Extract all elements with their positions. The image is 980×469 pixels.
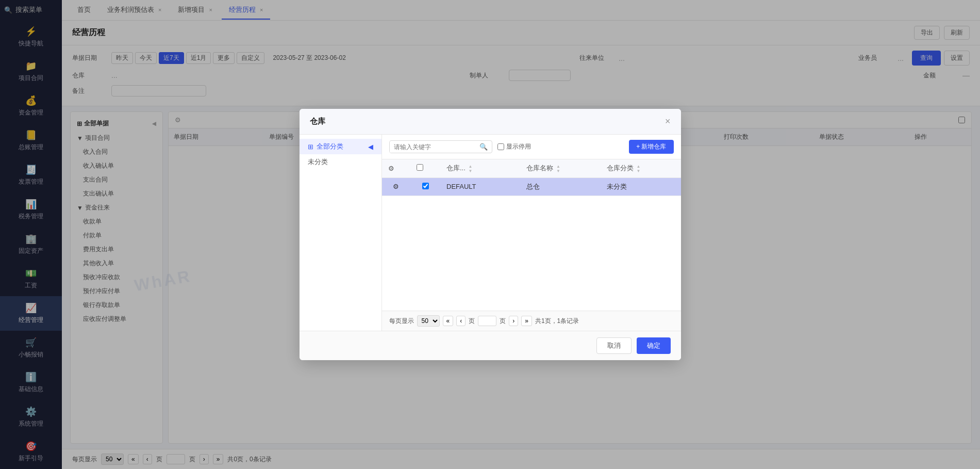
modal-next-btn[interactable]: › — [509, 316, 518, 326]
modal-close-button[interactable]: × — [665, 116, 671, 127]
modal-page-label-2: 页 — [500, 317, 506, 326]
collapse-icon-modal[interactable]: ◀ — [368, 143, 373, 151]
cancel-button[interactable]: 取消 — [596, 337, 632, 354]
modal-footer: 取消 确定 — [300, 331, 681, 360]
modal-toolbar: 🔍 显示停用 + 新增仓库 — [382, 135, 681, 159]
th-category: 仓库分类 ▲▼ — [601, 159, 681, 177]
th-name: 仓库名称 ▲▼ — [520, 159, 600, 177]
show-disabled-checkbox[interactable] — [497, 143, 504, 150]
modal-right-panel: 🔍 显示停用 + 新增仓库 ⚙ — [382, 135, 681, 331]
modal-search-input[interactable] — [390, 141, 475, 153]
add-warehouse-button[interactable]: + 新增仓库 — [629, 140, 673, 154]
table-row[interactable]: ⚙ DEFAULT 总仓 未分类 — [382, 177, 681, 196]
modal-body: ⊞ 全部分类 ◀ 未分类 🔍 显示停用 — [300, 135, 681, 331]
modal-left-unclassified[interactable]: 未分类 — [300, 154, 381, 170]
th-setting[interactable]: ⚙ — [382, 159, 411, 177]
modal-header: 仓库 × — [300, 109, 681, 135]
modal-pagination: 每页显示 50 « ‹ 页 1 页 › » 共1页，1条记录 — [382, 311, 681, 331]
row-category: 未分类 — [601, 177, 681, 196]
confirm-button[interactable]: 确定 — [637, 337, 671, 354]
modal-table: ⚙ 仓库... ▲▼ 仓库名称 ▲▼ — [382, 159, 681, 311]
modal-left-panel: ⊞ 全部分类 ◀ 未分类 — [300, 135, 382, 331]
th-code: 仓库... ▲▼ — [440, 159, 520, 177]
modal-last-btn[interactable]: » — [521, 316, 532, 326]
th-check — [410, 159, 440, 177]
row-name: 总仓 — [520, 177, 600, 196]
modal-select-all[interactable] — [417, 164, 423, 171]
modal-left-all[interactable]: ⊞ 全部分类 ◀ — [300, 139, 381, 154]
modal-first-btn[interactable]: « — [443, 316, 454, 326]
modal-title: 仓库 — [310, 117, 325, 126]
modal-search-box: 🔍 — [389, 140, 492, 153]
row-check[interactable] — [410, 177, 440, 196]
modal-prev-btn[interactable]: ‹ — [456, 316, 466, 326]
modal-per-page-label: 每页显示 — [389, 317, 414, 326]
modal-page-input[interactable]: 1 — [478, 316, 496, 326]
grid-icon-modal: ⊞ — [308, 143, 313, 151]
row-setting[interactable]: ⚙ — [382, 177, 411, 196]
modal-page-label: 页 — [469, 317, 475, 326]
modal-total: 共1页，1条记录 — [535, 317, 579, 326]
search-icon-modal[interactable]: 🔍 — [475, 141, 492, 153]
row-code: DEFAULT — [440, 177, 520, 196]
warehouse-modal: 仓库 × ⊞ 全部分类 ◀ 未分类 — [300, 109, 681, 360]
modal-per-page-select[interactable]: 50 — [417, 315, 440, 327]
modal-overlay[interactable]: 仓库 × ⊞ 全部分类 ◀ 未分类 — [0, 0, 980, 469]
show-disabled-label[interactable]: 显示停用 — [497, 142, 531, 151]
